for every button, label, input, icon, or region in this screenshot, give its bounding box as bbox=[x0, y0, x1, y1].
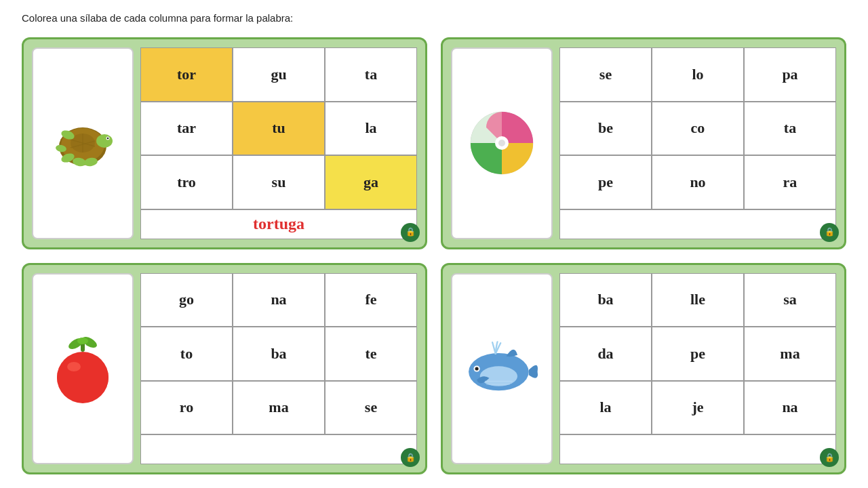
syllable-cell[interactable]: be bbox=[559, 102, 652, 156]
image-whale bbox=[451, 273, 553, 465]
image-tomato bbox=[32, 273, 134, 465]
syllable-cell[interactable]: na bbox=[233, 273, 325, 327]
syllable-row: lajena bbox=[559, 381, 836, 435]
svg-point-23 bbox=[67, 362, 81, 371]
cards-grid: torgutatartulatrosugatortuga🔒 selopabeco… bbox=[22, 37, 846, 474]
syllable-row: selopa bbox=[559, 47, 836, 102]
syllable-cell[interactable]: co bbox=[652, 102, 744, 156]
syllable-cell[interactable]: go bbox=[140, 273, 233, 327]
svg-point-8 bbox=[107, 138, 109, 140]
syllable-cell[interactable]: fe bbox=[325, 273, 417, 327]
syllable-cell[interactable]: ra bbox=[744, 155, 836, 209]
syllable-grid: ballesadapemalajena bbox=[559, 273, 836, 465]
syllable-cell[interactable]: lle bbox=[652, 273, 744, 327]
syllable-cell[interactable]: pe bbox=[559, 155, 652, 209]
syllable-cell[interactable]: na bbox=[744, 381, 836, 435]
card-pinwheel: selopabecotapenora🔒 bbox=[441, 37, 846, 249]
syllable-row: gonafe bbox=[140, 273, 417, 327]
svg-point-25 bbox=[480, 366, 517, 386]
card-whale: ballesadapemalajena🔒 bbox=[441, 263, 846, 475]
syllable-cell[interactable]: te bbox=[325, 327, 417, 381]
syllable-cell[interactable]: to bbox=[140, 327, 233, 381]
syllable-cell[interactable]: da bbox=[559, 327, 652, 381]
syllable-cell[interactable]: ba bbox=[233, 327, 325, 381]
syllable-cell[interactable]: su bbox=[233, 155, 325, 209]
syllable-cell[interactable]: je bbox=[652, 381, 744, 435]
syllable-cell[interactable]: la bbox=[325, 102, 417, 156]
syllable-cell[interactable]: tro bbox=[140, 155, 233, 209]
svg-point-22 bbox=[57, 353, 108, 402]
syllable-row: penora bbox=[559, 155, 836, 209]
syllable-cell[interactable]: ta bbox=[744, 102, 836, 156]
syllable-cell[interactable]: lo bbox=[652, 47, 744, 102]
syllable-cell[interactable]: pe bbox=[652, 327, 744, 381]
syllable-cell[interactable]: se bbox=[559, 47, 652, 102]
syllable-row: dapema bbox=[559, 327, 836, 381]
answer-display bbox=[559, 209, 836, 239]
syllable-cell[interactable]: ba bbox=[559, 273, 652, 327]
syllable-cell[interactable]: se bbox=[325, 381, 417, 435]
lock-icon: 🔒 bbox=[820, 223, 839, 242]
lock-icon: 🔒 bbox=[820, 448, 839, 467]
syllable-cell[interactable]: pa bbox=[744, 47, 836, 102]
syllable-cell[interactable]: sa bbox=[744, 273, 836, 327]
syllable-row: torguta bbox=[140, 47, 417, 102]
svg-point-27 bbox=[475, 367, 478, 370]
syllable-row: becota bbox=[559, 102, 836, 156]
syllable-cell[interactable]: ma bbox=[744, 327, 836, 381]
syllable-cell[interactable]: tar bbox=[140, 102, 233, 156]
syllable-cell[interactable]: ga bbox=[325, 155, 417, 209]
svg-point-20 bbox=[77, 338, 88, 344]
card-turtle: torgutatartulatrosugatortuga🔒 bbox=[22, 37, 427, 249]
syllable-grid: gonafetobateromase bbox=[140, 273, 417, 465]
lock-icon: 🔒 bbox=[401, 448, 420, 467]
lock-icon: 🔒 bbox=[401, 223, 420, 242]
syllable-cell[interactable]: tor bbox=[140, 47, 233, 102]
syllable-grid: torgutatartulatrosugatortuga bbox=[140, 47, 417, 239]
syllable-cell[interactable]: gu bbox=[233, 47, 325, 102]
answer-display bbox=[140, 434, 417, 464]
syllable-grid: selopabecotapenora bbox=[559, 47, 836, 239]
svg-point-16 bbox=[498, 140, 505, 146]
answer-display bbox=[559, 434, 836, 464]
syllable-cell[interactable]: la bbox=[559, 381, 652, 435]
syllable-cell[interactable]: ro bbox=[140, 381, 233, 435]
syllable-row: ballesa bbox=[559, 273, 836, 327]
syllable-cell[interactable]: no bbox=[652, 155, 744, 209]
answer-display: tortuga bbox=[140, 209, 417, 239]
syllable-cell[interactable]: tu bbox=[233, 102, 325, 156]
syllable-row: romase bbox=[140, 381, 417, 435]
syllable-cell[interactable]: ta bbox=[325, 47, 417, 102]
svg-point-6 bbox=[96, 134, 113, 148]
card-tomato: gonafetobateromase🔒 bbox=[22, 263, 427, 475]
syllable-row: trosuga bbox=[140, 155, 417, 209]
syllable-cell[interactable]: ma bbox=[233, 381, 325, 435]
image-pinwheel bbox=[451, 47, 553, 239]
image-turtle bbox=[32, 47, 134, 239]
syllable-row: tobate bbox=[140, 327, 417, 381]
syllable-row: tartula bbox=[140, 102, 417, 156]
instruction: Colorea una sílaba de cada columna para … bbox=[22, 12, 293, 24]
